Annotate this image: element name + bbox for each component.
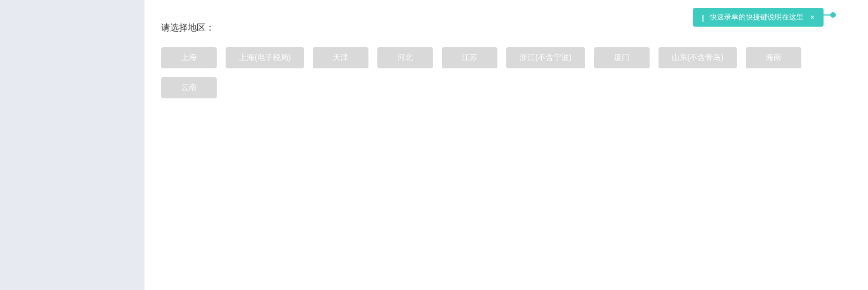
region-button-xiamen[interactable]: 厦门 xyxy=(594,47,650,68)
region-button-shanghai-etax[interactable]: 上海(电子税局) xyxy=(226,47,304,68)
tooltip-text: 快速录单的快捷键说明在这里 xyxy=(710,12,804,22)
tooltip-dot xyxy=(830,12,836,18)
region-button-shanghai[interactable]: 上海 xyxy=(161,47,217,68)
region-button-zhejiang[interactable]: 浙江(不含宁波) xyxy=(506,47,585,68)
region-button-jiangsu[interactable]: 江苏 xyxy=(442,47,497,68)
main-content: 请选择地区： 上海上海(电子税局)天津河北江苏浙江(不含宁波)厦门山东(不含青岛… xyxy=(144,0,868,290)
region-buttons: 上海上海(电子税局)天津河北江苏浙江(不含宁波)厦门山东(不含青岛)海南云南 xyxy=(161,47,851,98)
region-button-tianjin[interactable]: 天津 xyxy=(313,47,368,68)
sidebar xyxy=(0,0,144,290)
tooltip-close-button[interactable]: × xyxy=(810,13,815,22)
tooltip-badge: 快速录单的快捷键说明在这里 × xyxy=(693,8,824,27)
region-button-shandong[interactable]: 山东(不含青岛) xyxy=(659,47,737,68)
region-button-hainan[interactable]: 海南 xyxy=(746,47,801,68)
region-button-hebei[interactable]: 河北 xyxy=(377,47,433,68)
region-button-yunnan[interactable]: 云南 xyxy=(161,77,217,98)
